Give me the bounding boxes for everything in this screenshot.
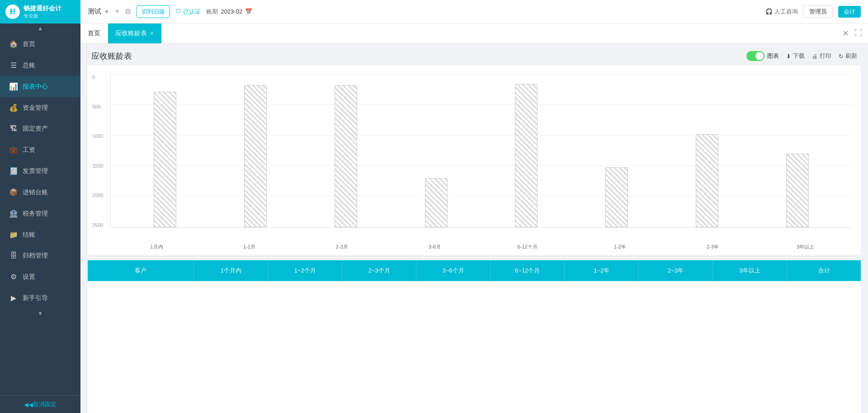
- reports-icon: 📊: [9, 82, 18, 91]
- table-header-1: 1个月内: [194, 260, 268, 281]
- topbar: 测试 ▼ + ⚙ 切到旧版 🛡 已认证 账期 2023-02 📅 🎧 人工咨询 …: [80, 0, 868, 23]
- sidebar-item-guide[interactable]: ▶ 新手引导: [0, 287, 80, 309]
- logo-text: 畅捷通好会计 专业版: [24, 4, 61, 19]
- settings-icon: ⚙: [9, 272, 18, 281]
- table-header-7: 2~3年: [639, 260, 713, 281]
- table-header-2: 1~2个月: [268, 260, 342, 281]
- x-label-4: 6-12个月: [481, 244, 574, 250]
- table-header-6: 1~2年: [565, 260, 639, 281]
- sidebar-item-payroll[interactable]: 💼 工资: [0, 139, 80, 160]
- cancel-fixed-button[interactable]: ◀◀ 取消固定: [0, 395, 80, 413]
- x-label-1: 1-2月: [203, 244, 296, 250]
- payroll-icon: 💼: [9, 145, 18, 154]
- page-title: 应收账龄表: [91, 51, 132, 61]
- table-header-5: 6~12个月: [491, 260, 565, 281]
- tax-icon: 🏦: [9, 209, 18, 218]
- ledger-icon: ☰: [9, 61, 18, 70]
- workspace-dropdown-icon[interactable]: ▼: [104, 9, 109, 15]
- certified-icon: 🛡: [175, 8, 181, 15]
- sidebar-item-ledger[interactable]: ☰ 总账: [0, 55, 80, 76]
- chart-bar-0: [154, 92, 176, 227]
- settlement-icon: 📁: [9, 230, 18, 239]
- funds-icon: 💰: [9, 103, 18, 112]
- sidebar-scroll-down[interactable]: ▼: [0, 309, 80, 319]
- x-label-0: 1月内: [110, 244, 203, 250]
- chart-bar-4: [515, 84, 538, 227]
- sidebar-item-invoice[interactable]: 🧾 发票管理: [0, 160, 80, 182]
- app-logo: 好 畅捷通好会计 专业版: [0, 0, 80, 23]
- service-button[interactable]: 🎧 人工咨询: [765, 8, 798, 16]
- table-header-0: 客户: [88, 260, 194, 281]
- user-button[interactable]: 管理员: [803, 5, 833, 18]
- archive-icon: 🗄: [9, 252, 18, 260]
- sidebar: 好 畅捷通好会计 专业版 ▲ 🏠 首页 ☰ 总账 📊 报表中心 💰 资金管理 🏗…: [0, 0, 80, 413]
- table-header-4: 3~6个月: [416, 260, 491, 281]
- period-selector[interactable]: 账期 2023-02 📅: [206, 8, 252, 16]
- sidebar-item-fixed-assets[interactable]: 🏗 固定资产: [0, 118, 80, 139]
- workspace-name: 测试: [88, 7, 101, 16]
- sidebar-scroll-up[interactable]: ▲: [0, 23, 80, 33]
- table-header-9: 合计: [787, 260, 861, 281]
- chart-bar-3: [425, 178, 448, 227]
- sidebar-item-reports[interactable]: 📊 报表中心: [0, 76, 80, 97]
- table-container: 客户1个月内1~2个月2~3个月3~6个月6~12个月1~2年2~3年3年以上合…: [88, 260, 861, 413]
- calendar-icon: 📅: [245, 8, 252, 15]
- content-area: 应收账龄表 图表 ⬇ 下载 🖨 打印 ↻ 刷新: [80, 43, 868, 413]
- headphone-icon: 🎧: [765, 8, 773, 15]
- page-actions: 图表 ⬇ 下载 🖨 打印 ↻ 刷新: [746, 51, 857, 61]
- chart-bar-6: [696, 134, 718, 227]
- chart-plot: [110, 74, 852, 228]
- topbar-right: 🎧 人工咨询 管理员 会计: [765, 5, 861, 18]
- chart-label: 图表: [767, 52, 779, 60]
- chart-y-axis: 2500 2000 1500 1000 500 0: [92, 74, 103, 228]
- tab-expand-button[interactable]: ⛶: [853, 27, 864, 40]
- x-label-7: 3年以上: [759, 244, 852, 250]
- chart-x-axis: 1月内1-2月2-3月3-6月6-12个月1-2年2-3年3年以上: [110, 244, 852, 250]
- workspace-selector[interactable]: 测试 ▼: [88, 7, 109, 16]
- cancel-fixed-icon: ◀◀: [24, 401, 33, 408]
- page-header: 应收账龄表 图表 ⬇ 下载 🖨 打印 ↻ 刷新: [80, 43, 868, 65]
- sidebar-item-archive[interactable]: 🗄 归档管理: [0, 245, 80, 266]
- sidebar-item-home[interactable]: 🏠 首页: [0, 33, 80, 55]
- switch-old-version-button[interactable]: 切到旧版: [137, 5, 170, 18]
- sidebar-item-funds[interactable]: 💰 资金管理: [0, 97, 80, 118]
- x-label-6: 2-3年: [666, 244, 759, 250]
- sidebar-item-trade[interactable]: 📦 进销台账: [0, 182, 80, 203]
- refresh-icon: ↻: [839, 53, 844, 60]
- print-icon: 🖨: [812, 53, 818, 60]
- download-button[interactable]: ⬇ 下载: [786, 52, 805, 60]
- logo-icon: 好: [5, 5, 20, 19]
- workspace-settings-button[interactable]: ⚙: [125, 7, 131, 16]
- add-workspace-button[interactable]: +: [115, 7, 120, 16]
- sidebar-item-tax[interactable]: 🏦 税务管理: [0, 203, 80, 224]
- tab-home[interactable]: 首页: [80, 23, 108, 43]
- x-label-5: 1-2年: [574, 244, 666, 250]
- tab-receivable-aging[interactable]: 应收账龄表 ✕: [108, 23, 162, 43]
- x-label-2: 2-3月: [296, 244, 388, 250]
- home-icon: 🏠: [9, 40, 18, 48]
- download-icon: ⬇: [786, 53, 791, 60]
- print-button[interactable]: 🖨 打印: [812, 52, 831, 60]
- refresh-button[interactable]: ↻ 刷新: [839, 52, 857, 60]
- sidebar-item-settlement[interactable]: 📁 结账: [0, 224, 80, 245]
- chart-bar-7: [786, 154, 809, 227]
- guide-icon: ▶: [9, 294, 18, 302]
- tabbar-actions: ✕ ⛶: [840, 27, 868, 40]
- trade-icon: 📦: [9, 188, 18, 197]
- table-header-8: 3年以上: [713, 260, 787, 281]
- chart-bar-1: [244, 85, 267, 227]
- sidebar-nav: ▲ 🏠 首页 ☰ 总账 📊 报表中心 💰 资金管理 🏗 固定资产 💼 工资 🧾 …: [0, 23, 80, 395]
- sidebar-item-settings[interactable]: ⚙ 设置: [0, 266, 80, 287]
- chart-bar-2: [335, 85, 357, 227]
- chart-bars: [111, 74, 852, 227]
- chart-bar-5: [605, 167, 628, 227]
- table-header: 客户1个月内1~2个月2~3个月3~6个月6~12个月1~2年2~3年3年以上合…: [88, 260, 861, 281]
- chart-toggle-wrap: 图表: [746, 51, 779, 61]
- fixed-assets-icon: 🏗: [9, 125, 18, 133]
- chart-container: 2500 2000 1500 1000 500 0 1月内1-2月2-3月3-6…: [88, 65, 861, 255]
- tab-close-button[interactable]: ✕: [840, 27, 851, 40]
- role-button[interactable]: 会计: [838, 6, 861, 18]
- chart-toggle[interactable]: [746, 51, 764, 61]
- x-label-3: 3-6月: [388, 244, 481, 250]
- tab-close-icon[interactable]: ✕: [150, 30, 154, 37]
